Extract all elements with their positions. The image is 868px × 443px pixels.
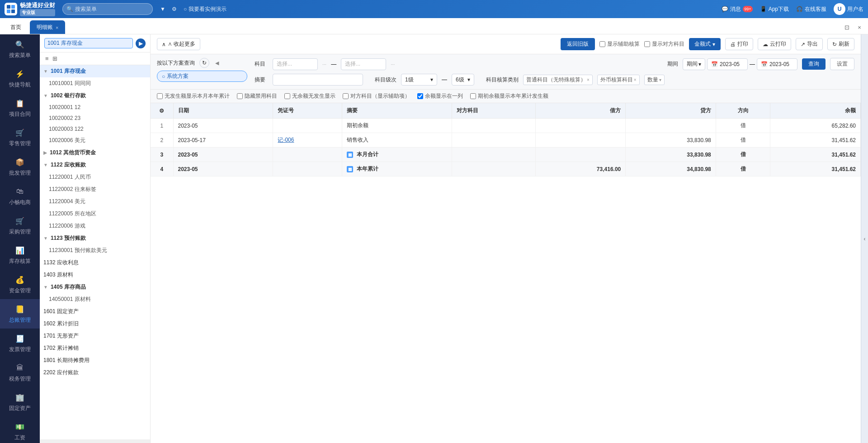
tree-item-1602[interactable]: 1602 累计折旧 xyxy=(40,318,150,330)
expand-more-btn[interactable]: ∧ ∧ 收起更多 xyxy=(157,38,200,50)
cb-no-balance-hide[interactable]: 无余额无发生显示 xyxy=(284,92,335,100)
online-service-btn[interactable]: 🎧 在线客服 xyxy=(796,5,826,13)
cb-opposite-subject[interactable]: 对方科目（显示辅助项） xyxy=(343,92,410,100)
aux-calc-cb[interactable] xyxy=(599,41,605,47)
sidebar-item-capital[interactable]: 💰 资金管理 xyxy=(0,270,40,299)
sidebar-item-invoice[interactable]: 🧾 发票管理 xyxy=(0,329,40,358)
tree-item-10020002[interactable]: 10020002 23 xyxy=(40,113,150,124)
qty-tag[interactable]: 数量 ▾ xyxy=(644,75,665,85)
sidebar-item-wholesale[interactable]: 📦 批发管理 xyxy=(0,152,40,181)
cb-no-transaction-input[interactable] xyxy=(157,93,163,99)
messages-btn[interactable]: 💬 消息 99+ xyxy=(722,5,752,13)
tree-item-11220006[interactable]: 11220006 游戏 xyxy=(40,220,150,232)
tree-item-1801[interactable]: 1801 长期待摊费用 xyxy=(40,354,150,367)
tree-filter-icon[interactable]: ⊞ xyxy=(52,54,58,63)
sidebar-item-ecommerce[interactable]: 🛍 小畅电商 xyxy=(0,181,40,211)
workspace-dropdown[interactable]: ▼ xyxy=(160,6,165,12)
cb-hide-disabled[interactable]: 隐藏禁用科目 xyxy=(237,92,277,100)
tree-item-1601[interactable]: 1601 固定资产 xyxy=(40,305,150,318)
cb-balance-one-col[interactable]: 余额显示在一列 xyxy=(417,92,463,100)
filter-settings-btn[interactable]: 设置 xyxy=(830,58,854,70)
tree-item-1001[interactable]: ▼ 1001 库存现金 xyxy=(40,65,150,77)
tab-close-btn[interactable]: × xyxy=(56,25,58,30)
sidebar-item-ledger[interactable]: 📒 总账管理 xyxy=(0,299,40,329)
tab-home[interactable]: 首页 xyxy=(4,20,28,34)
cb-opening-balance[interactable]: 期初余额显示本年累计发生额 xyxy=(470,92,548,100)
refresh-btn[interactable]: ↻ 刷新 xyxy=(827,38,854,50)
sidebar-item-assets[interactable]: 🏢 固定资产 xyxy=(0,387,40,417)
tree-item-1012[interactable]: ▶ 1012 其他货币资金 xyxy=(40,147,150,159)
row-2-voucher[interactable]: 记-006 xyxy=(273,133,342,148)
col-settings[interactable]: ⚙ xyxy=(151,103,173,119)
tree-item-1132[interactable]: 1132 应收利息 xyxy=(40,257,150,269)
demo-link[interactable]: ○ 我要看实例演示 xyxy=(184,5,226,13)
tree-item-10010001[interactable]: 10010001 同同同 xyxy=(40,77,150,90)
sidebar-item-purchase[interactable]: 🛒 采购管理 xyxy=(0,211,40,240)
cb-opposite-subject-input[interactable] xyxy=(343,93,349,99)
sidebar-item-search[interactable]: 🔍 搜索菜单 xyxy=(0,34,40,64)
show-aux-calc-checkbox[interactable]: 显示辅助核算 xyxy=(599,40,640,48)
type-tag-2-close[interactable]: × xyxy=(634,77,637,82)
scheme-tag[interactable]: ○ 系统方案 xyxy=(157,71,247,82)
sidebar-item-project[interactable]: 📋 项目合同 xyxy=(0,93,40,123)
cb-hide-disabled-input[interactable] xyxy=(237,93,243,99)
type-tag-1[interactable]: 普通科目（无特殊核算） × xyxy=(523,75,593,85)
show-opposite-checkbox[interactable]: 显示对方科目 xyxy=(644,40,684,48)
tree-item-1701[interactable]: 1701 无形资产 xyxy=(40,330,150,342)
tree-list-icon[interactable]: ≡ xyxy=(44,54,50,63)
tree-scrollbar[interactable] xyxy=(40,439,150,443)
sidebar-item-tax[interactable]: 🏛 税务管理 xyxy=(0,358,40,387)
sidebar-item-payroll[interactable]: 💵 工资 xyxy=(0,417,40,443)
period-type-select[interactable]: 期间 ▾ xyxy=(683,58,705,70)
cb-opening-balance-input[interactable] xyxy=(470,93,476,99)
account-nav-btn[interactable]: ▶ xyxy=(136,38,146,48)
tree-item-1405[interactable]: ▼ 1405 库存商品 xyxy=(40,281,150,293)
scheme-refresh-btn[interactable]: ↻ xyxy=(199,58,209,68)
summary-input[interactable] xyxy=(273,74,363,86)
tree-item-10020006[interactable]: 10020006 美元 xyxy=(40,134,150,147)
type-tag-1-close[interactable]: × xyxy=(587,77,590,82)
tree-item-11220005[interactable]: 11220005 所在地区 xyxy=(40,208,150,220)
right-panel-toggle[interactable]: ‹ xyxy=(861,34,868,443)
sidebar-item-quick-nav[interactable]: ⚡ 快捷导航 xyxy=(0,64,40,93)
settings-icon[interactable]: ⚙ xyxy=(169,4,180,14)
tab-detail-ledger[interactable]: 明细账 × xyxy=(30,20,65,34)
cb-balance-one-col-input[interactable] xyxy=(417,93,423,99)
tree-item-14050001[interactable]: 14050001 原材料 xyxy=(40,293,150,305)
search-bar[interactable]: 🔍 搜索菜单 xyxy=(62,3,153,15)
tree-item-2202[interactable]: 2202 应付账款 xyxy=(40,367,150,379)
subject-input-to[interactable]: 选择... xyxy=(341,58,386,70)
window-close-btn[interactable]: × xyxy=(854,22,864,32)
level-from-select[interactable]: 1级 ▾ xyxy=(401,74,437,86)
cb-no-balance-hide-input[interactable] xyxy=(284,93,290,99)
user-menu[interactable]: U 用户名 xyxy=(834,3,863,15)
app-download-btn[interactable]: 📱 App下载 xyxy=(760,5,789,13)
cb-no-transaction[interactable]: 无发生额显示本月本年累计 xyxy=(157,92,230,100)
tree-item-1403[interactable]: 1403 原材料 xyxy=(40,269,150,281)
export-btn[interactable]: ↗ 导出 xyxy=(796,38,823,50)
subject-input-from[interactable]: 选择... xyxy=(273,58,318,70)
period-end-date[interactable]: 📅 2023-05 xyxy=(757,58,797,70)
sidebar-item-inventory[interactable]: 📊 库存核算 xyxy=(0,240,40,270)
tree-item-11220002[interactable]: 11220002 往来标签 xyxy=(40,183,150,195)
tree-item-11230001[interactable]: 11230001 预付账款美元 xyxy=(40,244,150,257)
tree-item-11220004[interactable]: 11220004 美元 xyxy=(40,195,150,208)
tree-item-1702[interactable]: 1702 累计摊销 xyxy=(40,342,150,354)
tree-item-1123[interactable]: ▼ 1123 预付账款 xyxy=(40,232,150,244)
tree-item-1002[interactable]: ▼ 1002 银行存款 xyxy=(40,90,150,102)
period-start-date[interactable]: 📅 2023-05 xyxy=(707,58,748,70)
tree-item-11220001[interactable]: 11220001 人民币 xyxy=(40,171,150,183)
style-switcher-btn[interactable]: 金额式 ▾ xyxy=(689,38,721,50)
tree-item-10020003[interactable]: 10020003 122 xyxy=(40,124,150,134)
return-old-version-btn[interactable]: 返回旧版 xyxy=(561,38,595,50)
qty-tag-close[interactable]: ▾ xyxy=(659,77,661,82)
cloud-print-btn[interactable]: ☁ 云打印 xyxy=(758,38,791,50)
window-restore-btn[interactable]: ⊡ xyxy=(842,22,852,32)
level-to-select[interactable]: 6级 ▾ xyxy=(452,74,474,86)
selected-account[interactable]: 1001 库存现金 xyxy=(44,38,133,48)
tree-item-10020001[interactable]: 10020001 12 xyxy=(40,102,150,113)
query-btn[interactable]: 查询 xyxy=(802,58,826,70)
print-btn[interactable]: 🖨 打印 xyxy=(725,38,753,50)
opposite-cb[interactable] xyxy=(644,41,650,47)
filter-collapse-btn[interactable]: ◀ xyxy=(213,58,221,68)
